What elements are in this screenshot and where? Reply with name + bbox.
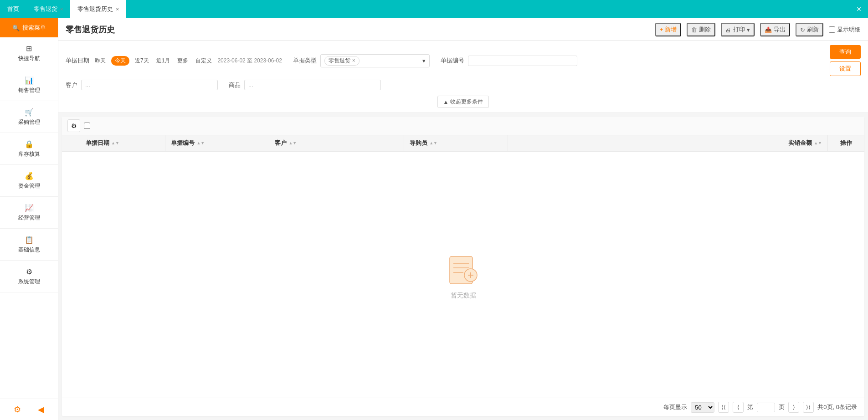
- th-date[interactable]: 单据日期 ▲▼: [80, 135, 165, 151]
- sidebar-item-label-finance: 资金管理: [18, 182, 40, 190]
- date-btn-yesterday[interactable]: 昨天: [93, 56, 108, 66]
- window-close-button[interactable]: ×: [850, 0, 868, 18]
- settings-bottom-icon[interactable]: ⚙: [14, 405, 21, 415]
- date-btn-1month[interactable]: 近1月: [154, 56, 172, 66]
- table-settings-button[interactable]: ⚙: [67, 119, 80, 132]
- tab-return-history-label: 零售退货历史: [77, 5, 113, 13]
- sidebar-item-finance[interactable]: 💰 资金管理: [0, 165, 58, 197]
- th-customer-label: 客户: [275, 139, 287, 147]
- collapse-sidebar-icon[interactable]: ◀: [38, 405, 44, 415]
- query-button[interactable]: 查询: [830, 45, 861, 59]
- customer-input[interactable]: ...: [81, 80, 218, 90]
- sidebar-item-operations[interactable]: 📈 经营管理: [0, 197, 58, 229]
- operations-icon: 📈: [25, 203, 34, 212]
- filter-row-2: 客户 ... 商品 ...: [66, 80, 861, 90]
- empty-text: 暂无数据: [451, 292, 476, 300]
- page-size-select[interactable]: 10 20 50 100: [691, 402, 714, 413]
- doc-num-label: 单据编号: [441, 56, 464, 65]
- th-num[interactable]: 单据编号 ▲▼: [165, 135, 269, 151]
- sidebar-item-sales-mgmt[interactable]: 📊 销售管理: [0, 69, 58, 101]
- sidebar-item-label-quick-nav: 快捷导航: [18, 55, 40, 62]
- sidebar-item-basic-info[interactable]: 📋 基础信息: [0, 229, 58, 261]
- doc-type-tag-remove[interactable]: ×: [352, 57, 355, 64]
- page-prev-button[interactable]: ⟨: [733, 402, 744, 413]
- print-label: 打印: [733, 26, 745, 34]
- sidebar-item-label-basic: 基础信息: [18, 246, 40, 254]
- th-customer-sort-icon: ▲▼: [288, 141, 297, 145]
- customer-label: 客户: [66, 81, 77, 89]
- date-range-display: 2023-06-02 至 2023-06-02: [217, 57, 282, 65]
- collapse-button[interactable]: ▲ 收起更多条件: [437, 96, 489, 108]
- new-button[interactable]: + 新增: [655, 23, 681, 36]
- doc-type-label: 单据类型: [293, 56, 317, 65]
- finance-icon: 💰: [25, 171, 34, 180]
- print-dropdown-icon: ▾: [747, 26, 750, 33]
- filter-area: 单据日期 昨天 今天 近7天 近1月 更多 自定义 2023-06-02 至 2…: [58, 41, 868, 113]
- doc-type-select[interactable]: 零售退货 × ▾: [320, 54, 430, 67]
- tab-home-label: 首页: [7, 5, 19, 13]
- th-amount[interactable]: 实销金额 ▲▼: [508, 135, 828, 151]
- sidebar-item-quick-nav[interactable]: ⊞ 快捷导航: [0, 37, 58, 69]
- total-records: 共0页, 0条记录: [817, 403, 857, 411]
- header-actions: + 新增 🗑 删除 🖨 打印 ▾ 📤 导出 ↻ 刷新: [655, 23, 861, 36]
- sidebar-item-purchase-mgmt[interactable]: 🛒 采购管理: [0, 101, 58, 133]
- main-area: 🔍 搜索菜单 ⊞ 快捷导航 📊 销售管理 🛒 采购管理 🔒 库存核算 💰 资金管…: [0, 18, 868, 420]
- collapse-row: ▲ 收起更多条件: [66, 94, 861, 108]
- export-button[interactable]: 📤 导出: [760, 23, 790, 36]
- delete-button[interactable]: 🗑 删除: [687, 23, 715, 36]
- refresh-icon: ↻: [800, 26, 805, 33]
- tab-return-history[interactable]: 零售退货历史 ×: [70, 0, 126, 18]
- tab-return-history-close[interactable]: ×: [116, 6, 118, 12]
- th-date-sort-icon: ▲▼: [111, 141, 119, 145]
- print-button[interactable]: 🖨 打印 ▾: [721, 23, 755, 36]
- quick-nav-icon: ⊞: [25, 44, 34, 53]
- date-filter-buttons: 昨天 今天 近7天 近1月 更多 自定义: [93, 56, 214, 66]
- th-guide-label: 导购员: [410, 139, 427, 147]
- doc-type-tag-value: 零售退货: [329, 57, 350, 65]
- show-detail-label: 显示明细: [837, 26, 861, 34]
- search-menu-button[interactable]: 🔍 搜索菜单: [0, 18, 58, 37]
- th-check: [62, 139, 80, 147]
- filter-settings-button[interactable]: 设置: [830, 61, 861, 76]
- doc-num-filter: 单据编号: [441, 56, 577, 66]
- date-btn-today[interactable]: 今天: [111, 56, 129, 66]
- sidebar-item-system[interactable]: ⚙ 系统管理: [0, 261, 58, 292]
- tab-home[interactable]: 首页: [0, 0, 26, 18]
- page-size-label: 每页显示: [663, 403, 687, 411]
- filter-row-1: 单据日期 昨天 今天 近7天 近1月 更多 自定义 2023-06-02 至 2…: [66, 45, 861, 76]
- goods-input[interactable]: ...: [244, 80, 381, 90]
- sidebar-item-inventory[interactable]: 🔒 库存核算: [0, 133, 58, 165]
- sidebar-item-label-operations: 经营管理: [18, 214, 40, 222]
- page-first-button[interactable]: ⟨⟨: [718, 402, 729, 413]
- th-guide-sort-icon: ▲▼: [429, 141, 437, 145]
- date-filter: 单据日期 昨天 今天 近7天 近1月 更多 自定义 2023-06-02 至 2…: [66, 56, 282, 66]
- doc-type-chevron-icon: ▾: [422, 57, 426, 64]
- select-all-checkbox[interactable]: [84, 123, 90, 129]
- th-guide[interactable]: 导购员 ▲▼: [404, 135, 508, 151]
- goods-label: 商品: [229, 81, 241, 89]
- th-action-label: 操作: [840, 139, 852, 147]
- th-customer[interactable]: 客户 ▲▼: [269, 135, 404, 151]
- top-nav: 首页 零售退货 × 零售退货历史 × ×: [0, 0, 868, 18]
- content-area: 零售退货历史 + 新增 🗑 删除 🖨 打印 ▾ 📤 导出 ↻: [58, 18, 868, 420]
- date-btn-7days[interactable]: 近7天: [133, 56, 151, 66]
- table-toolbar: ⚙: [62, 117, 864, 135]
- tab-return-close[interactable]: ×: [60, 6, 63, 12]
- date-filter-label: 单据日期: [66, 56, 89, 65]
- sidebar-item-label-inventory: 库存核算: [18, 150, 40, 158]
- date-btn-custom[interactable]: 自定义: [194, 56, 214, 66]
- refresh-button[interactable]: ↻ 刷新: [796, 23, 823, 36]
- page-number-input[interactable]: 1: [757, 403, 775, 412]
- page-next-button[interactable]: ⟩: [788, 402, 799, 413]
- date-btn-more[interactable]: 更多: [175, 56, 190, 66]
- sidebar-bottom: ⚙ ◀: [0, 399, 58, 420]
- page-unit: 页: [779, 403, 785, 411]
- doc-num-input[interactable]: [468, 56, 577, 66]
- doc-type-tag: 零售退货 ×: [324, 56, 360, 66]
- page-last-button[interactable]: ⟩⟩: [803, 402, 814, 413]
- customer-placeholder: ...: [85, 82, 90, 88]
- show-detail-checkbox[interactable]: [829, 26, 835, 33]
- refresh-label: 刷新: [807, 26, 819, 34]
- tab-return[interactable]: 零售退货 ×: [26, 0, 70, 18]
- page-header: 零售退货历史 + 新增 🗑 删除 🖨 打印 ▾ 📤 导出 ↻: [58, 18, 868, 41]
